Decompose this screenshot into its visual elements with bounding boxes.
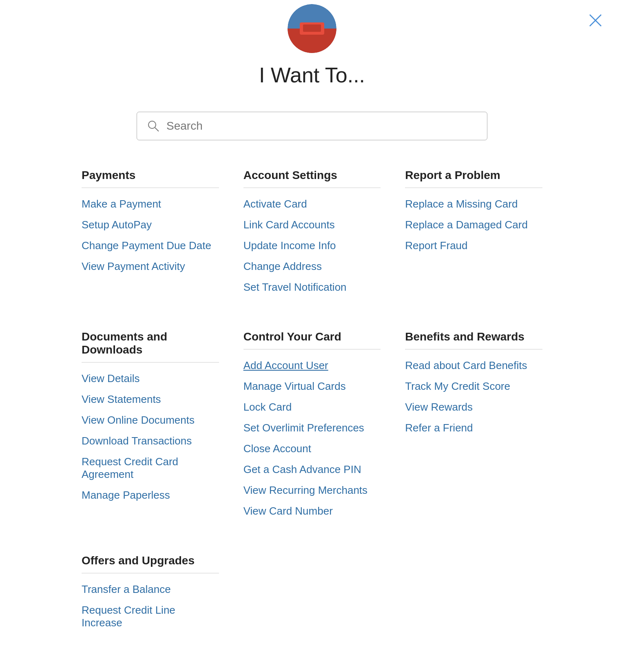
link-make-a-payment[interactable]: Make a Payment [82, 194, 219, 214]
link-track-my-credit-score[interactable]: Track My Credit Score [405, 376, 542, 397]
close-icon [588, 13, 603, 28]
link-change-payment-due-date[interactable]: Change Payment Due Date [82, 235, 219, 256]
category-title-payments: Payments [82, 169, 219, 188]
svg-rect-5 [303, 24, 321, 32]
top-categories-grid: Payments Make a Payment Setup AutoPay Ch… [82, 169, 542, 633]
link-request-credit-card-agreement[interactable]: Request Credit Card Agreement [82, 451, 219, 485]
link-view-recurring-merchants[interactable]: View Recurring Merchants [243, 480, 381, 501]
link-download-transactions[interactable]: Download Transactions [82, 431, 219, 451]
category-title-offers-and-upgrades: Offers and Upgrades [82, 554, 219, 573]
link-report-fraud[interactable]: Report Fraud [405, 235, 542, 256]
link-view-online-documents[interactable]: View Online Documents [82, 410, 219, 431]
category-benefits-and-rewards: Benefits and Rewards Read about Card Ben… [405, 330, 542, 522]
link-refer-a-friend[interactable]: Refer a Friend [405, 418, 542, 438]
link-manage-virtual-cards[interactable]: Manage Virtual Cards [243, 376, 381, 397]
link-replace-a-missing-card[interactable]: Replace a Missing Card [405, 194, 542, 214]
search-container [137, 112, 487, 140]
search-icon-container [147, 119, 160, 133]
link-add-account-user[interactable]: Add Account User [243, 355, 381, 376]
category-account-settings: Account Settings Activate Card Link Card… [243, 169, 381, 298]
search-icon [147, 119, 160, 133]
avatar [288, 4, 336, 53]
link-view-statements[interactable]: View Statements [82, 389, 219, 410]
link-close-account[interactable]: Close Account [243, 438, 381, 459]
search-input[interactable] [166, 119, 477, 133]
category-documents-and-downloads: Documents and Downloads View Details Vie… [82, 330, 219, 522]
link-set-overlimit-preferences[interactable]: Set Overlimit Preferences [243, 418, 381, 438]
svg-line-7 [155, 128, 159, 131]
page-title: I Want To... [259, 63, 365, 87]
link-replace-a-damaged-card[interactable]: Replace a Damaged Card [405, 214, 542, 235]
link-link-card-accounts[interactable]: Link Card Accounts [243, 214, 381, 235]
category-payments: Payments Make a Payment Setup AutoPay Ch… [82, 169, 219, 298]
avatar-graphic [288, 4, 336, 53]
search-input-wrapper [137, 112, 487, 140]
category-title-account-settings: Account Settings [243, 169, 381, 188]
link-view-card-number[interactable]: View Card Number [243, 501, 381, 522]
category-title-documents: Documents and Downloads [82, 330, 219, 363]
category-report-a-problem: Report a Problem Replace a Missing Card … [405, 169, 542, 298]
link-lock-card[interactable]: Lock Card [243, 397, 381, 418]
category-control-your-card: Control Your Card Add Account User Manag… [243, 330, 381, 522]
link-view-payment-activity[interactable]: View Payment Activity [82, 256, 219, 277]
link-set-travel-notification[interactable]: Set Travel Notification [243, 277, 381, 298]
category-title-control-your-card: Control Your Card [243, 330, 381, 349]
link-request-credit-line-increase[interactable]: Request Credit Line Increase [82, 600, 219, 633]
link-setup-autopay[interactable]: Setup AutoPay [82, 214, 219, 235]
header-section: I Want To... [82, 0, 542, 87]
link-update-income-info[interactable]: Update Income Info [243, 235, 381, 256]
close-button[interactable] [586, 11, 604, 29]
link-read-about-card-benefits[interactable]: Read about Card Benefits [405, 355, 542, 376]
link-get-a-cash-advance-pin[interactable]: Get a Cash Advance PIN [243, 459, 381, 480]
link-transfer-a-balance[interactable]: Transfer a Balance [82, 579, 219, 600]
link-view-details[interactable]: View Details [82, 368, 219, 389]
link-manage-paperless[interactable]: Manage Paperless [82, 485, 219, 506]
svg-point-6 [148, 121, 156, 128]
modal-container: I Want To... Payments Make a Payment Set… [0, 0, 624, 672]
category-title-benefits-and-rewards: Benefits and Rewards [405, 330, 542, 349]
link-change-address[interactable]: Change Address [243, 256, 381, 277]
link-activate-card[interactable]: Activate Card [243, 194, 381, 214]
link-view-rewards[interactable]: View Rewards [405, 397, 542, 418]
category-offers-and-upgrades: Offers and Upgrades Transfer a Balance R… [82, 554, 219, 633]
category-title-report-a-problem: Report a Problem [405, 169, 542, 188]
